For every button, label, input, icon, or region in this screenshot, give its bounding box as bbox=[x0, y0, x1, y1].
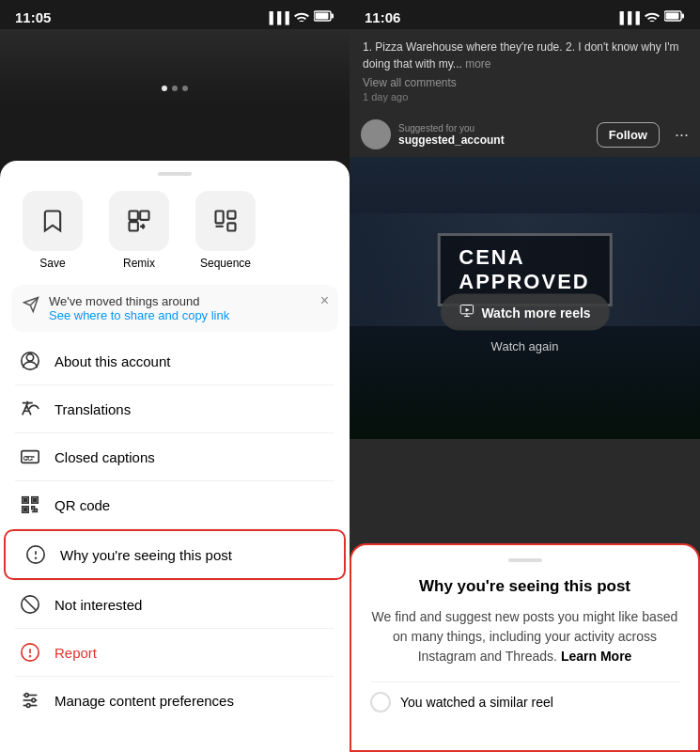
qr-code-icon bbox=[19, 494, 41, 515]
closed-captions-icon: CC bbox=[19, 446, 41, 467]
notice-main-text: We've moved things around bbox=[49, 294, 200, 308]
svg-rect-1 bbox=[316, 13, 329, 20]
svg-rect-3 bbox=[130, 212, 138, 220]
svg-point-33 bbox=[25, 694, 29, 697]
why-seeing-title: Why you're seeing this post bbox=[370, 577, 679, 596]
author-avatar bbox=[361, 119, 391, 149]
watch-more-reels-button[interactable]: Watch more reels bbox=[440, 294, 609, 331]
svg-rect-38 bbox=[682, 14, 685, 19]
dot-3 bbox=[182, 86, 188, 91]
notice-link[interactable]: See where to share and copy link bbox=[49, 308, 229, 322]
watch-again-text[interactable]: Watch again bbox=[491, 339, 559, 353]
menu-item-not-interested[interactable]: Not interested bbox=[0, 581, 350, 628]
wifi-icon-right bbox=[645, 10, 660, 24]
menu-item-qr-code[interactable]: QR code bbox=[0, 481, 350, 528]
svg-rect-6 bbox=[216, 212, 224, 224]
svg-rect-2 bbox=[332, 14, 334, 19]
not-interested-icon bbox=[19, 594, 41, 615]
right-panel: 11:06 ▐▐▐ 1. Pizza Warehouse where they'… bbox=[350, 0, 700, 752]
status-icons-right: ▐▐▐ bbox=[615, 10, 685, 24]
watched-item: You watched a similar reel bbox=[370, 682, 679, 722]
menu-item-about[interactable]: About this account bbox=[0, 337, 350, 384]
svg-line-26 bbox=[24, 599, 37, 611]
suggested-label: Suggested for you bbox=[398, 123, 589, 133]
post-author-row: Suggested for you suggested_account Foll… bbox=[350, 112, 700, 157]
dot-1 bbox=[162, 86, 167, 91]
svg-rect-5 bbox=[130, 222, 138, 230]
svg-rect-21 bbox=[24, 509, 27, 511]
watch-more-label: Watch more reels bbox=[481, 305, 590, 320]
svg-rect-4 bbox=[140, 212, 148, 220]
svg-rect-7 bbox=[227, 212, 235, 219]
why-seeing-icon bbox=[24, 544, 47, 565]
more-options-button[interactable]: ··· bbox=[675, 125, 689, 145]
sheet-handle-left bbox=[158, 172, 192, 176]
svg-point-11 bbox=[26, 354, 33, 361]
why-seeing-label: Why you're seeing this post bbox=[60, 547, 232, 563]
watched-checkbox bbox=[370, 692, 391, 713]
status-bar-left: 11:05 ▐▐▐ bbox=[0, 0, 350, 29]
dots-indicator bbox=[162, 86, 188, 91]
comment-more[interactable]: more bbox=[465, 57, 490, 70]
remix-action[interactable]: Remix bbox=[101, 191, 177, 270]
save-label: Save bbox=[39, 257, 65, 270]
comments-area: 1. Pizza Warehouse where they're rude. 2… bbox=[350, 29, 700, 112]
battery-icon-right bbox=[664, 10, 685, 24]
status-icons-left: ▐▐▐ bbox=[265, 10, 334, 24]
about-account-icon bbox=[19, 351, 41, 371]
author-name[interactable]: suggested_account bbox=[398, 133, 589, 147]
save-action[interactable]: Save bbox=[15, 191, 90, 270]
svg-rect-19 bbox=[24, 499, 27, 502]
svg-rect-20 bbox=[34, 499, 37, 502]
svg-rect-37 bbox=[666, 13, 679, 20]
sequence-action[interactable]: Sequence bbox=[188, 191, 263, 270]
remix-label: Remix bbox=[123, 257, 155, 270]
manage-content-label: Manage content preferences bbox=[54, 693, 234, 709]
svg-rect-8 bbox=[227, 223, 235, 230]
translations-label: Translations bbox=[54, 401, 131, 417]
menu-item-why-seeing[interactable]: Why you're seeing this post bbox=[4, 529, 346, 580]
right-sheet-handle bbox=[508, 558, 542, 562]
learn-more-link[interactable]: Learn More bbox=[561, 649, 631, 664]
background-top bbox=[0, 29, 350, 104]
action-buttons-row: Save Remix Sequence bbox=[0, 191, 350, 285]
bottom-sheet-left: Save Remix Sequence We've moved thing bbox=[0, 161, 350, 752]
manage-content-icon bbox=[19, 690, 41, 711]
notice-send-icon bbox=[23, 296, 39, 318]
time-left: 11:05 bbox=[15, 9, 51, 25]
svg-point-29 bbox=[30, 656, 31, 657]
report-label: Report bbox=[54, 645, 97, 661]
signal-icon: ▐▐▐ bbox=[265, 11, 289, 24]
notice-close-button[interactable]: × bbox=[320, 292, 329, 309]
qr-code-label: QR code bbox=[54, 497, 110, 513]
not-interested-label: Not interested bbox=[54, 597, 142, 613]
dot-2 bbox=[172, 86, 178, 91]
svg-point-35 bbox=[26, 704, 30, 708]
menu-item-translations[interactable]: Translations bbox=[0, 385, 350, 432]
menu-item-closed-captions[interactable]: CC Closed captions bbox=[0, 433, 350, 480]
watch-more-icon bbox=[459, 304, 474, 321]
menu-item-manage-content[interactable]: Manage content preferences bbox=[0, 677, 350, 724]
follow-button-right[interactable]: Follow bbox=[597, 122, 660, 148]
closed-captions-label: Closed captions bbox=[54, 449, 155, 465]
save-icon-box bbox=[23, 191, 83, 251]
time-ago: 1 day ago bbox=[363, 91, 687, 102]
time-right: 11:06 bbox=[365, 9, 400, 25]
wifi-icon bbox=[294, 10, 309, 24]
comment-text: 1. Pizza Warehouse where they're rude. 2… bbox=[363, 39, 687, 72]
svg-marker-40 bbox=[465, 308, 469, 312]
sequence-label: Sequence bbox=[200, 257, 251, 270]
report-icon bbox=[19, 642, 41, 663]
video-area: That's why I don't like horses CENA APPR… bbox=[350, 157, 700, 439]
remix-icon-box bbox=[109, 191, 169, 251]
why-seeing-bottom-sheet: Why you're seeing this post We find and … bbox=[350, 543, 700, 752]
menu-item-report[interactable]: Report bbox=[0, 629, 350, 676]
about-account-label: About this account bbox=[54, 353, 170, 369]
view-all-comments[interactable]: View all comments bbox=[363, 76, 687, 89]
signal-icon-right: ▐▐▐ bbox=[615, 11, 640, 24]
watched-label: You watched a similar reel bbox=[400, 695, 553, 710]
translations-icon bbox=[19, 399, 41, 419]
battery-icon bbox=[314, 10, 334, 24]
notice-banner: We've moved things around See where to s… bbox=[11, 285, 338, 332]
svg-point-24 bbox=[36, 557, 37, 558]
